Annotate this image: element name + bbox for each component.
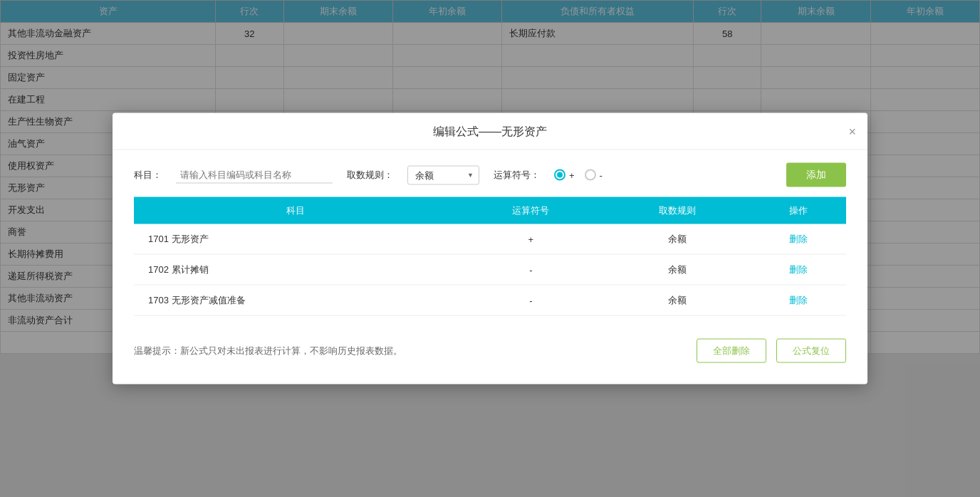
modal-footer: 温馨提示：新公式只对未出报表进行计算，不影响历史报表数据。 全部删除 公式复位: [113, 328, 867, 363]
edit-formula-modal: 编辑公式——无形资产 × 科目： 取数规则： 余额借方发生额贷方发生额 运算符号…: [113, 113, 867, 384]
close-button[interactable]: ×: [848, 125, 856, 137]
subject-cell: 1701 无形资产: [134, 224, 458, 255]
subject-input[interactable]: [176, 167, 333, 184]
subject-label: 科目：: [134, 169, 162, 182]
delete-row-link[interactable]: 删除: [789, 295, 808, 305]
radio-minus-circle: [585, 169, 596, 181]
operator-cell: -: [458, 285, 604, 315]
formula-table-header: 运算符号: [458, 197, 604, 224]
radio-plus[interactable]: +: [554, 169, 575, 181]
footer-buttons: 全部删除 公式复位: [697, 339, 846, 363]
tip-text: 温馨提示：新公式只对未出报表进行计算，不影响历史报表数据。: [134, 345, 402, 357]
table-row: 1701 无形资产+余额删除: [134, 224, 846, 255]
subject-cell: 1703 无形资产减值准备: [134, 285, 458, 315]
rule-cell: 余额: [604, 224, 750, 255]
add-button[interactable]: 添加: [786, 163, 846, 187]
operator-radio-group: + -: [554, 169, 603, 181]
table-header-row: 科目运算符号取数规则操作: [134, 197, 846, 224]
operator-cell: +: [458, 224, 604, 255]
rule-cell: 余额: [604, 285, 750, 315]
radio-minus[interactable]: -: [585, 169, 603, 181]
delete-all-button[interactable]: 全部删除: [697, 339, 766, 363]
radio-plus-label: +: [569, 169, 575, 180]
formula-table-header: 操作: [750, 197, 846, 224]
modal-title: 编辑公式——无形资产: [433, 125, 547, 140]
form-row: 科目： 取数规则： 余额借方发生额贷方发生额 运算符号： + - 添加: [113, 150, 867, 197]
rule-select-wrap: 余额借方发生额贷方发生额: [407, 165, 479, 184]
action-cell: 删除: [750, 285, 846, 315]
formula-table-header: 科目: [134, 197, 458, 224]
data-table-wrap: 科目运算符号取数规则操作 1701 无形资产+余额删除1702 累计摊销-余额删…: [113, 197, 867, 316]
reset-formula-button[interactable]: 公式复位: [776, 339, 846, 363]
delete-row-link[interactable]: 删除: [789, 234, 808, 244]
formula-table: 科目运算符号取数规则操作 1701 无形资产+余额删除1702 累计摊销-余额删…: [134, 197, 846, 316]
radio-plus-circle: [554, 169, 565, 181]
formula-table-header: 取数规则: [604, 197, 750, 224]
radio-minus-label: -: [600, 169, 603, 180]
operator-label: 运算符号：: [494, 169, 540, 182]
rule-cell: 余额: [604, 254, 750, 285]
action-cell: 删除: [750, 254, 846, 285]
action-cell: 删除: [750, 224, 846, 255]
table-body: 1701 无形资产+余额删除1702 累计摊销-余额删除1703 无形资产减值准…: [134, 224, 846, 316]
rule-label: 取数规则：: [347, 169, 393, 182]
table-row: 1702 累计摊销-余额删除: [134, 254, 846, 285]
table-row: 1703 无形资产减值准备-余额删除: [134, 285, 846, 315]
operator-cell: -: [458, 254, 604, 285]
rule-select[interactable]: 余额借方发生额贷方发生额: [407, 165, 479, 184]
subject-cell: 1702 累计摊销: [134, 254, 458, 285]
modal-header: 编辑公式——无形资产 ×: [113, 113, 867, 150]
delete-row-link[interactable]: 删除: [789, 264, 808, 275]
